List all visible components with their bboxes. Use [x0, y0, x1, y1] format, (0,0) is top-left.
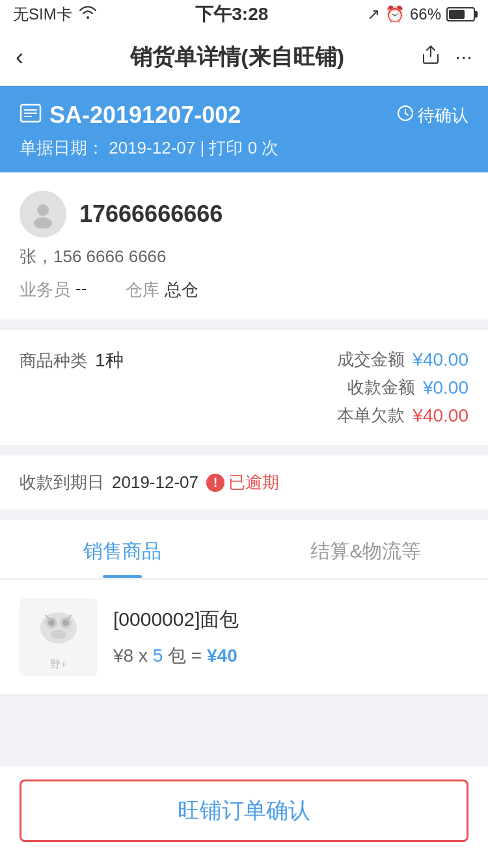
- svg-point-7: [48, 619, 55, 626]
- product-thumbnail: 野+: [20, 598, 98, 676]
- customer-meta: 业务员 -- 仓库 总仓: [20, 278, 468, 301]
- amount-row: 成交金额 ¥40.00: [337, 348, 468, 371]
- goods-type-label: 商品种类: [20, 349, 87, 372]
- summary-card: 商品种类 1种 成交金额 ¥40.00 收款金额 ¥0.00 本单欠款 ¥40.…: [0, 330, 488, 445]
- product-name: [0000002]面包: [113, 606, 468, 633]
- confirm-button-container: 旺铺订单确认: [0, 766, 488, 868]
- product-quantity: 5: [153, 645, 163, 666]
- owed-row: 本单欠款 ¥40.00: [337, 404, 468, 427]
- warehouse-field: 仓库 总仓: [126, 278, 198, 301]
- header-card: SA-20191207-002 待确认 单据日期： 2019-12-07 | 打…: [0, 86, 488, 172]
- customer-phone: 17666666666: [79, 200, 223, 228]
- owed-value: ¥40.00: [413, 405, 468, 426]
- received-row: 收款金额 ¥0.00: [347, 376, 468, 399]
- amount-label: 成交金额: [337, 348, 405, 371]
- amount-value: ¥40.00: [413, 349, 468, 370]
- svg-point-9: [51, 630, 66, 639]
- more-button[interactable]: ···: [455, 45, 472, 69]
- salesman-value: --: [75, 278, 87, 301]
- nav-bar: ‹ 销货单详情(来自旺铺) ···: [0, 29, 488, 86]
- warehouse-value: 总仓: [165, 278, 198, 301]
- status-time: 下午3:28: [195, 2, 268, 27]
- clock-icon: [397, 105, 414, 126]
- header-top: SA-20191207-002 待确认: [20, 102, 468, 129]
- due-label: 收款到期日: [20, 471, 104, 494]
- product-thumb-logo: 野+: [33, 603, 85, 670]
- summary-right: 成交金额 ¥40.00 收款金额 ¥0.00 本单欠款 ¥40.00: [337, 348, 468, 427]
- product-info: [0000002]面包 ¥8 x 5 包 = ¥40: [113, 606, 468, 668]
- svg-point-2: [37, 204, 49, 216]
- avatar: [20, 191, 66, 237]
- warehouse-label: 仓库: [126, 278, 159, 301]
- received-value: ¥0.00: [423, 377, 468, 398]
- location-icon: ↗: [367, 5, 380, 23]
- svg-point-8: [62, 619, 69, 626]
- order-status: 待确认: [397, 104, 468, 127]
- customer-name: 张，156 6666 6666: [20, 245, 468, 268]
- customer-top: 17666666666: [20, 191, 468, 237]
- salesman-field: 业务员 --: [20, 278, 87, 301]
- product-list: 野+ [0000002]面包 ¥8 x 5 包 = ¥40: [0, 580, 488, 695]
- order-date-info: 单据日期： 2019-12-07 | 打印 0 次: [20, 137, 468, 159]
- alarm-icon: ⏰: [385, 5, 405, 23]
- carrier-text: 无SIM卡: [13, 4, 72, 25]
- status-left: 无SIM卡: [13, 4, 97, 25]
- confirm-order-button[interactable]: 旺铺订单确认: [20, 780, 468, 842]
- wifi-icon: [79, 5, 97, 23]
- product-price: ¥8 x 5 包 = ¥40: [113, 644, 468, 668]
- owed-label: 本单欠款: [337, 404, 405, 427]
- tab-settlement[interactable]: 结算&物流等: [244, 520, 488, 578]
- overdue-badge: ! 已逾期: [206, 471, 279, 494]
- overdue-text: 已逾期: [228, 471, 279, 494]
- due-date-card: 收款到期日 2019-12-07 ! 已逾期: [0, 455, 488, 509]
- product-total: ¥40: [207, 645, 237, 666]
- share-button[interactable]: [420, 44, 442, 71]
- tab-sales-goods[interactable]: 销售商品: [0, 520, 244, 578]
- summary-left: 商品种类 1种: [20, 348, 124, 373]
- tabs-container: 销售商品 结算&物流等: [0, 520, 488, 578]
- status-bar: 无SIM卡 下午3:28 ↗ ⏰ 66%: [0, 0, 488, 29]
- battery-fill: [449, 10, 465, 19]
- due-date-value: 2019-12-07: [112, 472, 198, 493]
- page-title: 销货单详情(来自旺铺): [130, 42, 344, 72]
- order-id: SA-20191207-002: [20, 102, 241, 129]
- battery-percent: 66%: [410, 5, 441, 23]
- table-row: 野+ [0000002]面包 ¥8 x 5 包 = ¥40: [0, 580, 488, 695]
- received-label: 收款金额: [347, 376, 415, 399]
- status-right: ↗ ⏰ 66%: [367, 5, 475, 23]
- salesman-label: 业务员: [20, 278, 70, 301]
- customer-card: 17666666666 张，156 6666 6666 业务员 -- 仓库 总仓: [0, 172, 488, 319]
- battery-icon: [446, 7, 475, 21]
- goods-type-row: 商品种类 1种: [20, 348, 124, 373]
- overdue-icon: !: [206, 474, 224, 492]
- goods-type-value: 1种: [95, 348, 124, 373]
- nav-actions: ···: [420, 44, 472, 71]
- svg-point-3: [34, 217, 52, 228]
- back-button[interactable]: ‹: [16, 44, 55, 71]
- order-id-icon: [20, 102, 42, 129]
